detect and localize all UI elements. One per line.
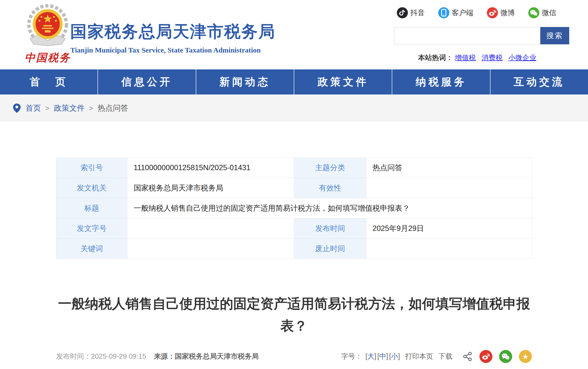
location-pin-icon — [12, 103, 21, 113]
hotwords-bar: 本站热词： 增值税 消费税 小微企业 — [418, 53, 540, 63]
info-label-title: 标题 — [56, 198, 127, 218]
social-label: 抖音 — [410, 8, 425, 18]
info-value-index-number: 11100000000125815N/2025-01431 — [127, 158, 294, 178]
social-link-douyin[interactable]: 抖音 — [397, 7, 425, 18]
breadcrumb-home[interactable]: 首页 — [26, 103, 41, 113]
nav-item-policy-documents[interactable]: 政策文件 — [294, 69, 392, 94]
fontsize-option-large[interactable]: [大] — [365, 352, 376, 361]
social-label: 客户端 — [452, 8, 473, 18]
article-meta-bar: 发布时间：2025-09-29 09:15 来源：国家税务总局天津市税务局 字号… — [56, 350, 532, 363]
hotword-link-consumption-tax[interactable]: 消费税 — [481, 54, 502, 62]
share-icon[interactable] — [462, 351, 473, 361]
site-logo[interactable]: 中国税务 — [16, 3, 79, 65]
main-navigation: 首 页 信息公开 新闻动态 政策文件 纳税服务 互动交流 — [0, 69, 588, 94]
document-info-table: 索引号 11100000000125815N/2025-01431 主题分类 热… — [56, 157, 532, 259]
info-label-document-number: 发文字号 — [56, 218, 127, 239]
logo-calligraphy: 中国税务 — [16, 51, 79, 65]
weibo-icon — [487, 7, 498, 18]
info-label-validity: 有效性 — [294, 178, 366, 198]
share-star-icon[interactable]: ★ — [519, 350, 532, 363]
site-subtitle: Tianjin Municipal Tax Service, State Tax… — [70, 46, 275, 54]
fontsize-label: 字号： — [341, 352, 362, 361]
info-label-issuing-agency: 发文机关 — [56, 178, 127, 198]
print-page-button[interactable]: 打印本页 — [405, 352, 433, 361]
breadcrumb-policy-documents[interactable]: 政策文件 — [54, 103, 85, 113]
social-label: 微博 — [500, 8, 515, 18]
share-weibo-icon[interactable] — [480, 350, 492, 363]
wechat-icon — [528, 7, 539, 18]
social-links: 抖音 客户端 微博 微信 — [397, 7, 556, 18]
breadcrumb-current: 热点问答 — [98, 103, 128, 113]
nav-item-interaction[interactable]: 互动交流 — [490, 69, 588, 94]
info-value-document-number — [127, 218, 294, 239]
info-label-publish-date: 发布时间 — [294, 218, 366, 239]
search-button[interactable]: 搜索 — [540, 27, 569, 44]
article-meta-right: 字号： [大] [中] [小] 打印本页 下载 ★ — [341, 350, 532, 363]
publish-time-label: 发布时间： — [56, 352, 91, 360]
site-header: 中国税务 国家税务总局天津市税务局 Tianjin Municipal Tax … — [0, 0, 588, 69]
article-title: 一般纳税人销售自己使用过的固定资产适用简易计税方法，如何填写增值税申报表？ — [53, 293, 535, 337]
info-label-topic-category: 主题分类 — [294, 158, 366, 178]
fontsize-option-medium[interactable]: [中] — [377, 352, 388, 361]
hotword-link-small-business[interactable]: 小微企业 — [508, 54, 536, 62]
mobile-client-icon — [438, 7, 449, 18]
nav-item-home[interactable]: 首 页 — [0, 69, 98, 94]
source-label: 来源： — [154, 352, 175, 360]
social-link-weibo[interactable]: 微博 — [487, 7, 515, 18]
site-title-block: 国家税务总局天津市税务局 Tianjin Municipal Tax Servi… — [70, 21, 275, 54]
nav-item-news[interactable]: 新闻动态 — [196, 69, 294, 94]
info-value-topic-category: 热点问答 — [366, 158, 532, 178]
download-button[interactable]: 下载 — [439, 352, 452, 361]
info-value-publish-date: 2025年9月29日 — [366, 218, 532, 239]
info-value-repeal-date — [366, 239, 532, 259]
nav-item-info-disclosure[interactable]: 信息公开 — [98, 69, 196, 94]
social-link-wechat[interactable]: 微信 — [528, 7, 556, 18]
search-bar: 搜索 — [394, 27, 569, 44]
publish-time-value: 2025-09-29 09:15 — [91, 352, 146, 360]
info-value-issuing-agency: 国家税务总局天津市税务局 — [127, 178, 294, 198]
article-meta-left: 发布时间：2025-09-29 09:15 来源：国家税务总局天津市税务局 — [56, 352, 259, 361]
info-value-title: 一般纳税人销售自己使用过的固定资产适用简易计税方法，如何填写增值税申报表？ — [127, 198, 532, 218]
info-label-index-number: 索引号 — [56, 158, 127, 178]
info-label-keywords: 关键词 — [56, 239, 127, 259]
info-label-repeal-date: 废止时间 — [294, 239, 366, 259]
site-title: 国家税务总局天津市税务局 — [70, 21, 275, 43]
search-input[interactable] — [394, 27, 540, 44]
info-value-keywords — [127, 239, 294, 259]
breadcrumb-separator: > — [89, 104, 93, 112]
breadcrumb-separator: > — [45, 104, 49, 112]
hotwords-label: 本站热词： — [418, 54, 453, 62]
source-value: 国家税务总局天津市税务局 — [175, 352, 259, 360]
social-label: 微信 — [542, 8, 556, 18]
hotword-link-vat[interactable]: 增值税 — [455, 54, 476, 62]
nav-item-tax-services[interactable]: 纳税服务 — [392, 69, 490, 94]
social-link-client[interactable]: 客户端 — [438, 7, 473, 18]
tax-emblem-icon — [24, 3, 71, 50]
breadcrumb: 首页 > 政策文件 > 热点问答 — [0, 94, 588, 122]
fontsize-option-small[interactable]: [小] — [389, 352, 400, 361]
douyin-icon — [397, 7, 408, 18]
info-value-validity — [366, 178, 532, 198]
share-wechat-icon[interactable] — [499, 350, 512, 363]
